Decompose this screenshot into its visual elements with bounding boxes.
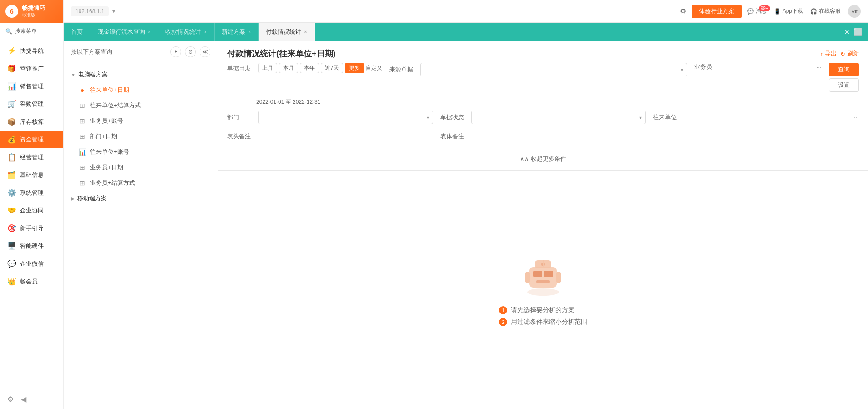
tab-new-scheme[interactable]: 新建方案 × — [215, 23, 259, 41]
collapse-panel-btn[interactable]: ≪ — [200, 46, 210, 57]
sidebar-item-label: 企业微信 — [20, 260, 44, 268]
user-avatar[interactable]: Rit — [848, 5, 861, 18]
tab-bank-flow[interactable]: 现金银行流水查询 × — [90, 23, 158, 41]
note-body-input[interactable] — [471, 130, 626, 143]
scheme-settings-btn[interactable]: ⊙ — [185, 46, 196, 57]
export-btn[interactable]: ↑ 导出 — [820, 50, 837, 58]
scheme-group-mobile-label: 移动端方案 — [77, 194, 107, 202]
close-all-tabs-icon[interactable]: ✕ — [844, 28, 850, 36]
scheme-item-dept-date[interactable]: ⊞ 部门+日期 — [64, 129, 218, 144]
tab-bank-flow-close[interactable]: × — [148, 29, 150, 35]
tab-payment[interactable]: 付款情况统计 × — [259, 23, 314, 41]
message-btn[interactable]: 💬 消息 99+ — [747, 7, 767, 15]
data-area: 1 请先选择要分析的方案 2 用过滤条件来缩小分析范围 — [218, 171, 868, 409]
date-btn-last-month[interactable]: 上月 — [258, 63, 277, 73]
sidebar-item-label: 销售管理 — [20, 82, 44, 91]
app-icon: 📱 — [774, 8, 781, 15]
sidebar-item-wechat[interactable]: 💬 企业微信 — [0, 255, 63, 273]
refresh-icon: ↻ — [840, 50, 845, 57]
source-select[interactable]: ▾ — [420, 63, 687, 76]
scheme-item-partner-date[interactable]: ● 往来单位+日期 — [64, 82, 218, 98]
date-btn-more[interactable]: 更多 — [345, 63, 364, 73]
marketing-icon: 🎁 — [7, 64, 16, 73]
smart-icon: 🖥️ — [7, 242, 16, 250]
collapse-filters-btn[interactable]: ∧∧ 收起更多条件 — [227, 155, 859, 163]
sidebar-item-smart[interactable]: 🖥️ 智能硬件 — [0, 237, 63, 255]
settings-footer-icon[interactable]: ⚙ — [7, 395, 14, 404]
sidebar-item-marketing[interactable]: 🎁 营销推广 — [0, 60, 63, 77]
partner-dots[interactable]: ··· — [853, 114, 859, 121]
sidebar-item-basic[interactable]: 🗂️ 基础信息 — [0, 166, 63, 184]
sidebar-item-finance[interactable]: 💰 资金管理 — [0, 131, 63, 148]
export-icon: ↑ — [820, 50, 823, 57]
filter-actions: ↑ 导出 ↻ 刷新 — [820, 50, 859, 58]
sidebar-item-enterprise[interactable]: 🤝 企业协同 — [0, 202, 63, 219]
scheme-item-salesperson-settle[interactable]: ⊞ 业务员+结算方式 — [64, 175, 218, 191]
sidebar-item-operation[interactable]: 📋 经营管理 — [0, 148, 63, 166]
scheme-group-desktop-header[interactable]: ▼ 电脑端方案 — [64, 67, 218, 82]
sidebar-item-newbie[interactable]: 🎯 新手引导 — [0, 219, 63, 237]
add-scheme-btn[interactable]: + — [170, 46, 181, 57]
svg-rect-2 — [533, 271, 542, 277]
scheme-item-salesperson-date[interactable]: ⊞ 业务员+日期 — [64, 160, 218, 175]
logo-text: 畅捷通巧 标准版 — [22, 5, 45, 18]
sidebar-item-quick-nav[interactable]: ⚡ 快捷导航 — [0, 42, 63, 60]
app-download-btn[interactable]: 📱 App下载 — [774, 7, 803, 15]
refresh-btn[interactable]: ↻ 刷新 — [840, 50, 859, 58]
tab-home[interactable]: 首页 — [64, 23, 90, 41]
export-label: 导出 — [825, 50, 837, 58]
svg-point-0 — [527, 288, 559, 296]
settings-btn[interactable]: 设置 — [829, 78, 859, 92]
search-menu[interactable]: 🔍 搜索菜单 — [0, 23, 63, 40]
sidebar-item-label: 营销推广 — [20, 65, 44, 73]
salesperson-dots[interactable]: ··· — [816, 63, 822, 71]
sidebar-item-label: 智能硬件 — [20, 242, 44, 250]
scheme-group-mobile-header[interactable]: ▶ 移动端方案 — [64, 191, 218, 206]
note-body-label: 表体备注 — [440, 132, 468, 141]
status-select[interactable]: ▾ — [471, 111, 646, 124]
scheme-item-salesperson-account[interactable]: ⊞ 业务员+账号 — [64, 113, 218, 129]
trial-btn[interactable]: 体验行业方案 — [692, 5, 742, 18]
tab-payment-close[interactable]: × — [304, 29, 307, 35]
address-arrow-icon: ▾ — [112, 8, 115, 15]
sidebar-item-sales[interactable]: 📊 销售管理 — [0, 77, 63, 95]
online-service-btn[interactable]: 🎧 在线客服 — [810, 7, 841, 15]
left-panel-body: ▼ 电脑端方案 ● 往来单位+日期 ⊞ 往来单位+结算方式 ⊞ 业务员+账号 — [64, 63, 218, 409]
sidebar-item-inventory[interactable]: 📦 库存核算 — [0, 113, 63, 131]
scheme-group-desktop-label: 电脑端方案 — [78, 71, 108, 79]
tip-num-2: 2 — [499, 318, 507, 326]
tab-bank-flow-label: 现金银行流水查询 — [98, 28, 145, 36]
sidebar: 6 畅捷通巧 标准版 🔍 搜索菜单 ⚡ 快捷导航 🎁 营销推广 📊 销售管理 🛒… — [0, 0, 64, 409]
tab-payment-label: 付款情况统计 — [266, 28, 301, 36]
date-btn-7days[interactable]: 近7天 — [321, 63, 343, 73]
scheme-chart-icon: 📊 — [78, 148, 86, 156]
maximize-icon[interactable]: ⬜ — [853, 28, 863, 36]
scheme-item-partner-settle[interactable]: ⊞ 往来单位+结算方式 — [64, 98, 218, 113]
user-name: Rit — [851, 9, 857, 14]
scheme-item-label: 业务员+账号 — [90, 117, 123, 125]
sidebar-item-label: 快捷导航 — [20, 47, 44, 55]
date-btn-this-month[interactable]: 本月 — [279, 63, 298, 73]
scheme-item-partner-account[interactable]: 📊 往来单位+账号 — [64, 144, 218, 160]
sidebar-footer: ⚙ ◀ — [0, 389, 63, 409]
tab-collection[interactable]: 收款情况统计 × — [158, 23, 214, 41]
sidebar-item-purchase[interactable]: 🛒 采购管理 — [0, 95, 63, 113]
scheme-item-label: 业务员+结算方式 — [90, 179, 135, 187]
logo-icon: 6 — [5, 5, 18, 18]
query-btn[interactable]: 查询 — [829, 63, 859, 76]
collapse-arrow-icon: ∧∧ — [520, 156, 529, 162]
purchase-icon: 🛒 — [7, 100, 16, 108]
tab-collection-close[interactable]: × — [204, 29, 206, 35]
topbar-settings-icon[interactable]: ⚙ — [680, 7, 686, 15]
partner-label: 往来单位 — [653, 113, 680, 121]
sidebar-item-system[interactable]: ⚙️ 系统管理 — [0, 184, 63, 202]
note-header-input[interactable] — [258, 130, 413, 143]
svg-rect-6 — [556, 272, 561, 283]
finance-icon: 💰 — [7, 135, 16, 144]
tab-new-scheme-close[interactable]: × — [248, 29, 251, 35]
sidebar-item-member[interactable]: 👑 畅会员 — [0, 273, 63, 290]
dept-select[interactable]: ▾ — [258, 111, 433, 124]
date-btn-this-year[interactable]: 本年 — [300, 63, 319, 73]
date-custom-label[interactable]: 自定义 — [366, 64, 382, 72]
collapse-sidebar-icon[interactable]: ◀ — [21, 395, 26, 404]
